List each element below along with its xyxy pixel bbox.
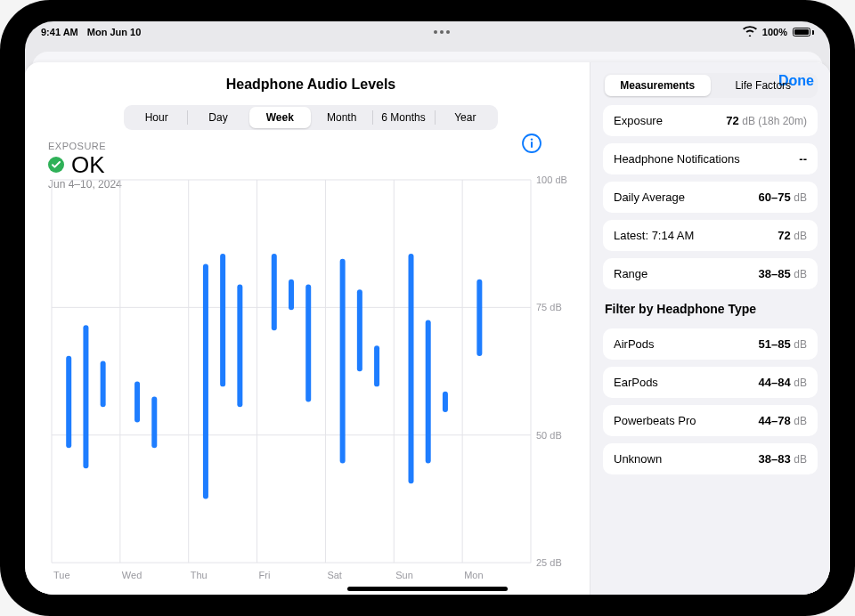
status-time: 9:41 AM [41, 27, 78, 37]
wifi-icon [743, 26, 757, 38]
measurement-card-2-value: 60–75 dB [759, 190, 807, 204]
y-tick-label: 75 dB [536, 302, 562, 312]
filter-card-1-label: EarPods [614, 376, 658, 389]
home-indicator[interactable] [347, 587, 508, 591]
page-title: Headphone Audio Levels [48, 77, 574, 93]
time-seg-day[interactable]: Day [187, 107, 248, 128]
sheet-card: Headphone Audio Levels HourDayWeekMonth6… [25, 62, 830, 595]
filter-card-0[interactable]: AirPods51–85 dB [603, 328, 818, 360]
side-tab-segmented[interactable]: MeasurementsLife Factors [603, 73, 818, 98]
x-tick-label: Wed [122, 570, 142, 580]
multitasking-dots-icon[interactable] [434, 30, 450, 34]
time-seg-week[interactable]: Week [249, 107, 311, 128]
y-tick-label: 100 dB [536, 176, 567, 185]
time-seg-hour[interactable]: Hour [126, 107, 187, 128]
filter-card-3-label: Unknown [614, 452, 662, 466]
battery-icon [793, 28, 814, 36]
measurement-card-0-value: 72 dB (18h 20m) [726, 114, 807, 127]
x-tick-label: Sun [395, 570, 413, 580]
filter-card-2[interactable]: Powerbeats Pro44–78 dB [603, 405, 818, 436]
time-seg-year[interactable]: Year [435, 107, 496, 128]
x-tick-label: Sat [327, 570, 342, 580]
chart[interactable]: 25 dB50 dB75 dB100 dBTueWedThuFriSatSunM… [48, 176, 574, 584]
info-icon[interactable] [522, 134, 542, 153]
filter-card-0-value: 51–85 dB [759, 337, 807, 351]
exposure-section-label: EXPOSURE [48, 141, 574, 151]
time-seg-6-months[interactable]: 6 Months [372, 107, 434, 128]
filter-card-3[interactable]: Unknown38–83 dB [603, 443, 818, 474]
filter-card-3-value: 38–83 dB [759, 452, 807, 466]
measurement-card-4-label: Range [614, 267, 647, 280]
side-panel: Done MeasurementsLife Factors Exposure72… [590, 62, 830, 595]
side-tab-life-factors[interactable]: Life Factors [711, 75, 817, 96]
measurement-card-3[interactable]: Latest: 7:14 AM72 dB [603, 220, 818, 251]
status-date: Mon Jun 10 [87, 27, 142, 37]
main-panel: Headphone Audio Levels HourDayWeekMonth6… [25, 62, 590, 595]
measurement-card-3-label: Latest: 7:14 AM [614, 229, 694, 242]
measurement-card-3-value: 72 dB [778, 229, 807, 242]
svg-rect-3 [531, 142, 533, 148]
screen: 9:41 AM Mon Jun 10 100% [25, 21, 830, 595]
measurement-card-1[interactable]: Headphone Notifications-- [603, 143, 818, 174]
measurement-card-1-label: Headphone Notifications [614, 152, 740, 166]
measurement-card-2-label: Daily Average [614, 190, 685, 204]
side-scroll[interactable]: Exposure72 dB (18h 20m)Headphone Notific… [603, 105, 818, 595]
filter-card-1-value: 44–84 dB [759, 376, 807, 389]
measurement-card-4[interactable]: Range38–85 dB [603, 258, 818, 289]
svg-point-2 [531, 138, 533, 140]
battery-percent: 100% [762, 27, 787, 37]
status-bar: 9:41 AM Mon Jun 10 100% [25, 21, 830, 43]
time-range-segmented[interactable]: HourDayWeekMonth6 MonthsYear [124, 105, 498, 130]
ok-check-icon [48, 157, 64, 173]
y-tick-label: 25 dB [536, 557, 562, 568]
x-tick-label: Tue [53, 570, 70, 580]
measurement-card-4-value: 38–85 dB [759, 267, 807, 280]
exposure-status: OK [71, 153, 105, 176]
measurement-card-0-label: Exposure [614, 114, 663, 127]
x-tick-label: Mon [464, 570, 483, 580]
x-tick-label: Fri [259, 570, 271, 580]
time-seg-month[interactable]: Month [311, 107, 372, 128]
filter-heading: Filter by Headphone Type [605, 302, 816, 316]
device-frame: 9:41 AM Mon Jun 10 100% [0, 0, 855, 616]
y-tick-label: 50 dB [536, 430, 562, 441]
filter-card-1[interactable]: EarPods44–84 dB [603, 367, 818, 398]
filter-card-0-label: AirPods [614, 337, 655, 351]
measurement-card-0[interactable]: Exposure72 dB (18h 20m) [603, 105, 818, 136]
filter-card-2-value: 44–78 dB [759, 414, 807, 427]
side-tab-measurements[interactable]: Measurements [605, 75, 711, 96]
measurement-card-2[interactable]: Daily Average60–75 dB [603, 182, 818, 213]
filter-card-2-label: Powerbeats Pro [614, 414, 696, 427]
measurement-card-1-value: -- [799, 152, 807, 166]
x-tick-label: Thu [191, 570, 208, 580]
